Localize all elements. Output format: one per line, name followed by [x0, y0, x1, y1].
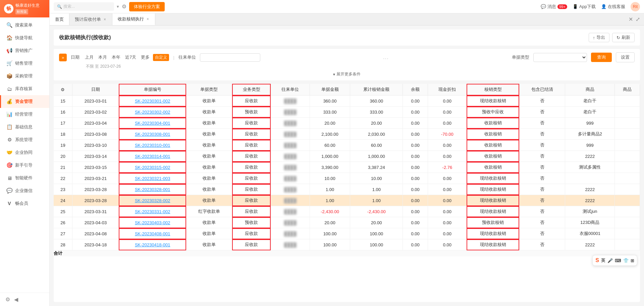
- filter-expand-btn[interactable]: ▾ 展开更多条件: [333, 71, 361, 77]
- sidebar-item-sales[interactable]: 🛒销售管理: [0, 57, 49, 70]
- sidebar-item-corp[interactable]: 🤝企业协同: [0, 146, 49, 159]
- shirt-icon[interactable]: 👕: [623, 258, 629, 263]
- sidebar-item-quick-nav[interactable]: 🏠快捷导航: [0, 32, 49, 44]
- cell-product2: [615, 239, 640, 250]
- refresh-button[interactable]: ↻ 刷新: [612, 33, 635, 42]
- topbar-search-box[interactable]: 🔍 搜索...: [54, 2, 114, 11]
- tab-prepay-close[interactable]: ×: [103, 17, 107, 22]
- sidebar-item-wechat[interactable]: 💬企业微信: [0, 184, 49, 197]
- sidebar-item-finance[interactable]: 💰资金管理: [0, 95, 49, 108]
- sidebar-item-purchase[interactable]: 📦采购管理: [0, 70, 49, 82]
- cell-partner: ████: [271, 195, 310, 206]
- doc-no-link[interactable]: SK-20230308-001: [135, 132, 170, 137]
- cell-doc-no[interactable]: SK-20230321-003: [119, 173, 186, 184]
- doc-no-link[interactable]: SK-20230331-002: [135, 209, 170, 214]
- cell-discount: 0.00: [428, 239, 467, 250]
- doc-no-link[interactable]: SK-20230403-002: [135, 220, 170, 225]
- cell-doc-no[interactable]: SK-20230403-002: [119, 217, 186, 228]
- solution-button[interactable]: 体验行业方案: [129, 2, 165, 11]
- doc-no-link[interactable]: SK-20230302-002: [135, 110, 170, 115]
- cell-discount: 0.00: [428, 228, 467, 239]
- keyboard-icon[interactable]: ⌨: [615, 258, 621, 263]
- cell-balance: 0.00: [403, 195, 428, 206]
- doc-no-link[interactable]: SK-20230408-001: [135, 231, 170, 236]
- tab-writeoff-close[interactable]: ×: [146, 17, 150, 21]
- th-settings[interactable]: ⚙: [54, 84, 72, 96]
- doc-no-link[interactable]: SK-20230301-002: [135, 99, 170, 104]
- message-item[interactable]: 💬 消息 99+: [541, 4, 567, 10]
- user-avatar[interactable]: Rit: [631, 2, 640, 11]
- doc-no-link[interactable]: SK-20230328-001: [135, 187, 170, 192]
- filter-7days[interactable]: 近7天: [124, 54, 138, 61]
- filter-this-month[interactable]: 本月: [97, 54, 108, 61]
- cell-doc-no[interactable]: SK-20230314-001: [119, 151, 186, 162]
- cell-doc-no[interactable]: SK-20230304-001: [119, 118, 186, 129]
- tab-prepay[interactable]: 预计应收付单 ×: [69, 13, 112, 25]
- expand-icon[interactable]: ⤢: [636, 16, 640, 22]
- tab-home[interactable]: 首页: [50, 13, 69, 25]
- cell-doc-no[interactable]: SK-20230408-001: [119, 228, 186, 239]
- export-button[interactable]: ↑ 导出: [589, 33, 610, 42]
- query-button[interactable]: 查询: [591, 53, 612, 62]
- doc-no-link[interactable]: SK-20230321-003: [135, 176, 170, 181]
- doc-no-link[interactable]: SK-20230310-001: [135, 143, 170, 148]
- filter-doctype-select[interactable]: 收款单 红字收款单: [533, 53, 587, 62]
- app-download-item[interactable]: 📱 App下载: [573, 4, 596, 10]
- cell-product: 2222: [565, 151, 615, 162]
- doc-no-link[interactable]: SK-20230328-002: [135, 198, 170, 203]
- th-doc-no: 单据编号: [119, 84, 186, 96]
- sidebar-item-inventory[interactable]: 🗂库存核算: [0, 82, 49, 95]
- sidebar-item-hardware[interactable]: 🖥智能硬件: [0, 172, 49, 184]
- gear-icon-topbar[interactable]: ⚙: [122, 3, 126, 10]
- mic-icon[interactable]: 🎤: [607, 258, 613, 263]
- doc-no-link[interactable]: SK-20230418-001: [135, 242, 170, 247]
- cell-date: 2023-03-10: [72, 140, 119, 151]
- service-icon: 👤: [601, 4, 606, 9]
- filter-last-month[interactable]: 上月: [84, 54, 95, 61]
- cell-doc-no[interactable]: SK-20230315-002: [119, 162, 186, 173]
- dropdown-arrow[interactable]: ▾: [117, 4, 119, 9]
- grid-icon[interactable]: ⊞: [631, 258, 634, 263]
- cell-doc-no[interactable]: SK-20230310-001: [119, 140, 186, 151]
- sidebar-item-system[interactable]: ⚙系统管理: [0, 133, 49, 146]
- cell-doc-no[interactable]: SK-20230308-001: [119, 129, 186, 140]
- filter-more[interactable]: 更多: [140, 54, 151, 61]
- close-all-icon[interactable]: ✕: [629, 16, 633, 22]
- filter-partner-input[interactable]: [200, 53, 260, 62]
- doc-no-link[interactable]: SK-20230315-002: [135, 165, 170, 170]
- cell-writeoff-type: 收款核销: [467, 129, 519, 140]
- service-item[interactable]: 👤 在线客服: [601, 4, 625, 10]
- page-header: 收款核销执行(按收款) ↑ 导出 ↻ 刷新: [54, 29, 640, 46]
- sidebar-item-search[interactable]: 🔍搜索菜单: [0, 19, 49, 32]
- cell-doc-no[interactable]: SK-20230331-002: [119, 206, 186, 217]
- cell-discount: 0.00: [428, 184, 467, 195]
- settings-bottom-icon[interactable]: ⚙: [5, 296, 10, 303]
- sidebar-logo: 畅 畅康道好生意 标推版: [0, 0, 49, 17]
- cell-doc-no[interactable]: SK-20230328-002: [119, 195, 186, 206]
- sidebar-item-operations[interactable]: 📊经营管理: [0, 108, 49, 121]
- app-label: App下载: [579, 4, 596, 10]
- collapse-icon[interactable]: ◀: [14, 296, 18, 303]
- cell-idx: 26: [54, 217, 72, 228]
- sidebar-item-member[interactable]: V畅会员: [0, 197, 49, 210]
- sidebar-item-base[interactable]: 📋基础信息: [0, 121, 49, 133]
- logo-title: 畅康道好生意: [15, 3, 40, 8]
- cell-doc-no[interactable]: SK-20230328-001: [119, 184, 186, 195]
- cell-doc-no[interactable]: SK-20230418-001: [119, 239, 186, 250]
- settings-button[interactable]: 设置: [616, 52, 635, 62]
- tab-writeoff[interactable]: 收款核销执行 ×: [112, 13, 155, 25]
- cell-product: 123D商品: [565, 217, 615, 228]
- filter-divider-1: |: [173, 55, 174, 60]
- column-settings-icon[interactable]: ⚙: [61, 87, 65, 92]
- filter-custom-btn[interactable]: 自定义: [153, 54, 169, 61]
- cell-doc-no[interactable]: SK-20230301-002: [119, 96, 186, 107]
- filter-this-year[interactable]: 本年: [110, 54, 122, 61]
- sidebar-item-guide[interactable]: 🎯新手引导: [0, 159, 49, 172]
- sogou-label[interactable]: 英: [601, 257, 605, 263]
- doc-no-link[interactable]: SK-20230304-001: [135, 121, 170, 126]
- cell-doc-no[interactable]: SK-20230302-002: [119, 107, 186, 118]
- sidebar-item-marketing[interactable]: 📢营销推广: [0, 44, 49, 57]
- filter-toggle-btn[interactable]: »: [59, 54, 67, 61]
- cell-writeoff-total: 20.00: [350, 118, 403, 129]
- doc-no-link[interactable]: SK-20230314-001: [135, 154, 170, 159]
